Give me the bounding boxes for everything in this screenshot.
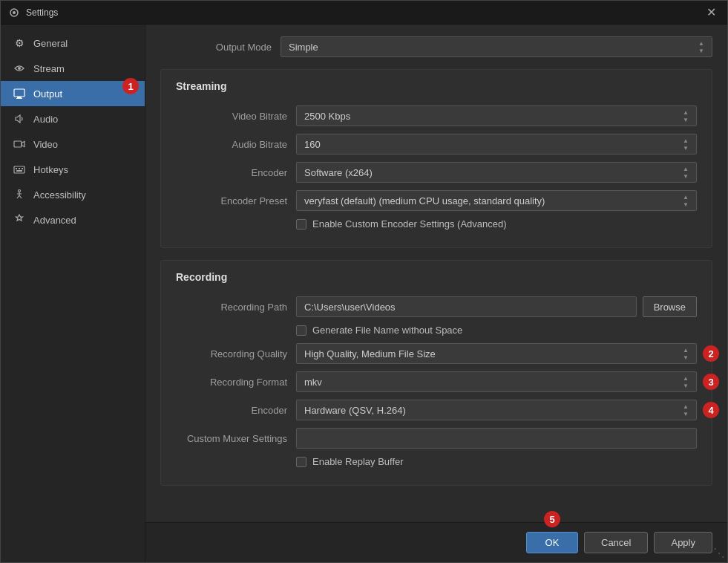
sidebar-item-advanced[interactable]: Advanced <box>1 207 145 232</box>
replay-buffer-label: Enable Replay Buffer <box>312 456 404 467</box>
sidebar-item-stream[interactable]: Stream <box>1 56 145 81</box>
output-mode-arrow: ▲ ▼ <box>698 40 704 54</box>
rec-encoder-label: Encoder <box>176 405 287 416</box>
svg-point-1 <box>13 11 16 14</box>
custom-muxer-input-area <box>296 428 697 449</box>
recording-format-value: mkv <box>304 377 322 388</box>
rf-arrow: ▲▼ <box>683 375 689 389</box>
audio-bitrate-value: 160 <box>304 139 321 150</box>
svg-rect-4 <box>17 97 22 98</box>
annotation-badge-4: 4 <box>703 402 719 418</box>
sidebar: ⚙ General Stream <box>1 25 145 562</box>
output-mode-label: Output Mode <box>160 42 272 53</box>
hotkeys-icon <box>13 163 26 176</box>
video-bitrate-select[interactable]: 2500 Kbps ▲▼ <box>296 105 697 126</box>
apply-button[interactable]: Apply <box>654 532 712 553</box>
sidebar-item-output[interactable]: Output 1 <box>1 81 145 106</box>
audio-icon <box>13 112 26 126</box>
sidebar-item-general[interactable]: ⚙ General <box>1 30 145 56</box>
rec-encoder-value: Hardware (QSV, H.264) <box>304 405 406 416</box>
replay-buffer-checkbox[interactable] <box>296 457 306 467</box>
sidebar-item-hotkeys[interactable]: Hotkeys <box>1 157 145 182</box>
svg-rect-7 <box>14 166 24 173</box>
video-bitrate-value: 2500 Kbps <box>304 111 350 122</box>
encoder-select[interactable]: Software (x264) ▲▼ <box>296 162 697 183</box>
recording-path-row: Recording Path Browse <box>176 296 697 317</box>
advanced-icon <box>13 213 26 227</box>
app-icon <box>8 7 20 19</box>
ok-btn-wrapper: 5 OK <box>526 532 578 553</box>
recording-format-select[interactable]: mkv ▲▼ <box>296 371 697 392</box>
titlebar: Settings ✕ <box>1 1 727 25</box>
streaming-header: Streaming <box>176 80 697 97</box>
generate-filename-row: Generate File Name without Space <box>296 325 697 336</box>
sidebar-label-general: General <box>33 38 68 49</box>
recording-section: Recording Recording Path Browse <box>160 260 712 486</box>
encoder-label: Encoder <box>176 167 287 178</box>
resize-handle: ⋱ <box>713 546 725 560</box>
re-arrow: ▲▼ <box>683 403 689 417</box>
ep-arrow: ▲▼ <box>683 194 689 208</box>
recording-quality-row: Recording Quality High Quality, Medium F… <box>176 343 697 364</box>
main-panel: Output Mode Simple ▲ ▼ Streaming <box>145 25 727 562</box>
encoder-preset-select[interactable]: veryfast (default) (medium CPU usage, st… <box>296 190 697 211</box>
sidebar-item-accessibility[interactable]: Accessibility <box>1 182 145 207</box>
enc-arrow: ▲▼ <box>683 166 689 180</box>
sidebar-item-audio[interactable]: Audio <box>1 106 145 131</box>
svg-rect-8 <box>16 168 17 169</box>
footer: 5 OK Cancel Apply <box>145 522 727 562</box>
svg-rect-9 <box>19 168 20 169</box>
close-button[interactable]: ✕ <box>702 4 720 22</box>
encoder-row: Encoder Software (x264) ▲▼ <box>176 162 697 183</box>
replay-buffer-row: Enable Replay Buffer <box>296 456 697 467</box>
recording-quality-select[interactable]: High Quality, Medium File Size ▲▼ <box>296 343 697 364</box>
svg-point-2 <box>18 67 21 70</box>
encoder-preset-row: Encoder Preset veryfast (default) (mediu… <box>176 190 697 211</box>
vb-arrow: ▲▼ <box>683 109 689 123</box>
recording-path-input[interactable] <box>296 296 637 317</box>
window-title: Settings <box>26 7 58 18</box>
rec-encoder-select[interactable]: Hardware (QSV, H.264) ▲▼ <box>296 400 697 420</box>
sidebar-label-audio: Audio <box>33 114 58 125</box>
browse-button[interactable]: Browse <box>643 296 697 317</box>
svg-rect-5 <box>16 98 22 99</box>
recording-quality-value: High Quality, Medium File Size <box>304 348 436 359</box>
svg-rect-6 <box>14 141 22 147</box>
sidebar-label-hotkeys: Hotkeys <box>33 164 68 175</box>
audio-bitrate-select[interactable]: 160 ▲▼ <box>296 134 697 154</box>
sidebar-item-video[interactable]: Video <box>1 131 145 157</box>
audio-bitrate-row: Audio Bitrate 160 ▲▼ <box>176 134 697 154</box>
rq-arrow: ▲▼ <box>683 347 689 361</box>
encoder-value: Software (x264) <box>304 167 373 178</box>
annotation-badge-1: 1 <box>122 78 139 94</box>
annotation-badge-3: 3 <box>703 374 719 390</box>
generate-filename-label: Generate File Name without Space <box>312 325 462 336</box>
svg-rect-3 <box>14 89 24 97</box>
generate-filename-checkbox[interactable] <box>296 325 306 336</box>
annotation-badge-2: 2 <box>703 345 719 362</box>
cancel-button[interactable]: Cancel <box>584 532 648 553</box>
custom-muxer-row: Custom Muxer Settings <box>176 428 697 449</box>
video-bitrate-label: Video Bitrate <box>176 111 287 122</box>
stream-icon <box>13 62 26 75</box>
custom-encoder-checkbox[interactable] <box>296 219 306 230</box>
ok-button[interactable]: OK <box>526 532 578 553</box>
recording-header: Recording <box>176 271 697 287</box>
rec-encoder-row: Encoder Hardware (QSV, H.264) ▲▼ 4 <box>176 400 697 420</box>
audio-bitrate-label: Audio Bitrate <box>176 139 287 150</box>
recording-format-row: Recording Format mkv ▲▼ 3 <box>176 371 697 392</box>
recording-path-label: Recording Path <box>176 302 287 313</box>
encoder-preset-label: Encoder Preset <box>176 195 287 206</box>
recording-quality-label: Recording Quality <box>176 348 287 359</box>
output-icon <box>13 87 26 100</box>
custom-muxer-label: Custom Muxer Settings <box>176 433 287 444</box>
sidebar-label-advanced: Advanced <box>33 215 76 226</box>
output-mode-select[interactable]: Simple ▲ ▼ <box>281 36 712 57</box>
main-scroll: Output Mode Simple ▲ ▼ Streaming <box>145 25 727 522</box>
ab-arrow: ▲▼ <box>683 137 689 152</box>
sidebar-label-accessibility: Accessibility <box>33 189 86 201</box>
accessibility-icon <box>13 188 26 201</box>
custom-muxer-input[interactable] <box>296 428 697 449</box>
output-mode-row: Output Mode Simple ▲ ▼ <box>160 36 712 57</box>
annotation-badge-5: 5 <box>544 511 560 527</box>
